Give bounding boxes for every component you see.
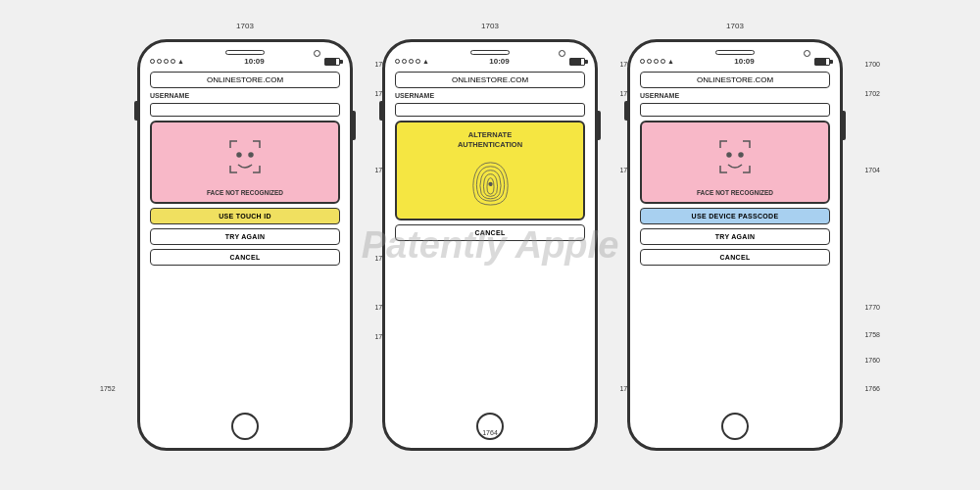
annot-1758-p3: 1758 [864,331,880,338]
phone3-battery [814,58,830,66]
phone1-screen: ONLINESTORE.COM USERNAME [140,68,350,407]
annot-1752-p1: 1752 [100,385,116,392]
phone3-face-icon [709,130,762,184]
signal-dot3 [164,59,169,64]
phone2-status-bar: ▲ 10:09 [385,55,595,68]
annot-1703-p3: 1703 [726,22,744,30]
annot-1704-p3: 1704 [864,167,880,173]
phone3-faceid-panel: FACE NOT RECOGNIZED [640,121,830,204]
phone2-alt-auth-panel: ALTERNATEAUTHENTICATION [395,121,585,220]
annot-1703-p2: 1703 [481,22,499,30]
phone1-camera [314,50,320,57]
phone1-use-touch-id-button[interactable]: USE TOUCH ID [150,208,340,224]
svg-point-4 [739,153,743,157]
phone3-time: 10:09 [734,57,754,66]
phone2-time: 10:09 [489,57,509,66]
battery-icon [324,58,340,66]
phone2-url[interactable]: ONLINESTORE.COM [395,72,585,88]
phone1-username-label: USERNAME [150,92,340,99]
phone1-signal: ▲ [150,58,184,65]
phone2-fingerprint-icon [464,155,517,213]
annot-1702-p3: 1702 [864,90,880,97]
phone1-speaker [225,50,265,55]
signal-dot1-p2 [395,59,400,64]
phone2-screen: ONLINESTORE.COM USERNAME ALTERNATEAUTHEN… [385,68,595,407]
phone2-camera [559,50,565,57]
phone1-home-button[interactable] [231,413,259,440]
phone3-face-not-recognized: FACE NOT RECOGNIZED [697,189,773,196]
svg-point-3 [727,153,731,157]
phone1: ▲ 10:09 ONLINESTORE.COM USERNAME [137,39,353,451]
phone1-wrapper: ▲ 10:09 ONLINESTORE.COM USERNAME [137,39,353,451]
phone3-password-field[interactable] [640,103,830,117]
phone1-time: 10:09 [244,57,264,66]
phone1-face-not-recognized: FACE NOT RECOGNIZED [207,189,283,196]
battery-fill-p3 [815,59,826,65]
signal-dot4-p3 [661,59,665,64]
phone1-url[interactable]: ONLINESTORE.COM [150,72,340,88]
wifi-icon-p2: ▲ [422,58,429,65]
phone1-bottom [231,407,259,448]
phone3-top [630,42,840,55]
phone1-face-icon [219,130,272,184]
phone2-bottom [476,407,504,448]
phone2: ▲ 10:09 ONLINESTORE.COM USERNAME ALTERNA… [382,39,598,451]
signal-dot3-p2 [409,59,414,64]
annot-1766-p3: 1766 [864,385,880,392]
signal-dot3-p3 [654,59,659,64]
annot-1760-p3: 1760 [864,357,880,364]
signal-dot2 [157,59,162,64]
phone3-url[interactable]: ONLINESTORE.COM [640,72,830,88]
phone3-speaker [715,50,755,55]
phones-container: ▲ 10:09 ONLINESTORE.COM USERNAME [137,39,843,451]
phone2-battery [569,58,585,66]
phone3-screen: ONLINESTORE.COM USERNAME [630,68,840,407]
battery-fill [325,59,336,65]
wifi-icon: ▲ [177,58,184,65]
signal-dot4-p2 [416,59,420,64]
phone3-use-device-passcode-button[interactable]: USE DEVICE PASSCODE [640,208,830,224]
phone1-password-field[interactable] [150,103,340,117]
battery-fill-p2 [570,59,581,65]
phone3-camera [804,50,810,57]
svg-point-2 [488,182,491,185]
annot-1703-p1: 1703 [236,22,254,30]
phone1-try-again-button[interactable]: TRY AGAIN [150,228,340,245]
phone2-username-label: USERNAME [395,92,585,99]
battery-icon-p2 [569,58,585,66]
svg-point-0 [237,153,241,157]
wifi-icon-p3: ▲ [667,58,674,65]
phone2-alt-auth-label: ALTERNATEAUTHENTICATION [458,130,522,150]
phone2-cancel-button[interactable]: CANCEL [395,224,585,241]
signal-dot1-p3 [640,59,645,64]
phone2-signal: ▲ [395,58,429,65]
signal-dot2-p3 [647,59,652,64]
phone2-wrapper: ▲ 10:09 ONLINESTORE.COM USERNAME ALTERNA… [382,39,598,451]
phone3-try-again-button[interactable]: TRY AGAIN [640,228,830,245]
annot-1764-p2: 1764 [482,429,498,436]
signal-dot4 [171,59,175,64]
signal-dot1 [150,59,155,64]
phone1-battery [324,58,340,66]
phone3-status-bar: ▲ 10:09 [630,55,840,68]
phone3-username-label: USERNAME [640,92,830,99]
phone2-speaker [470,50,510,55]
phone1-cancel-button[interactable]: CANCEL [150,249,340,266]
battery-icon-p3 [814,58,830,66]
phone3-wrapper: ▲ 10:09 ONLINESTORE.COM USERNAME [627,39,843,451]
annot-1770-p3: 1770 [864,304,880,311]
phone3: ▲ 10:09 ONLINESTORE.COM USERNAME [627,39,843,451]
phone3-signal: ▲ [640,58,674,65]
annot-1700-p3: 1700 [864,61,880,68]
phone1-top [140,42,350,55]
phone2-password-field[interactable] [395,103,585,117]
svg-point-1 [249,153,253,157]
phone1-faceid-panel: FACE NOT RECOGNIZED [150,121,340,204]
phone3-cancel-button[interactable]: CANCEL [640,249,830,266]
phone1-status-bar: ▲ 10:09 [140,55,350,68]
phone3-bottom [721,407,749,448]
phone3-home-button[interactable] [721,413,749,440]
signal-dot2-p2 [402,59,407,64]
phone2-top [385,42,595,55]
